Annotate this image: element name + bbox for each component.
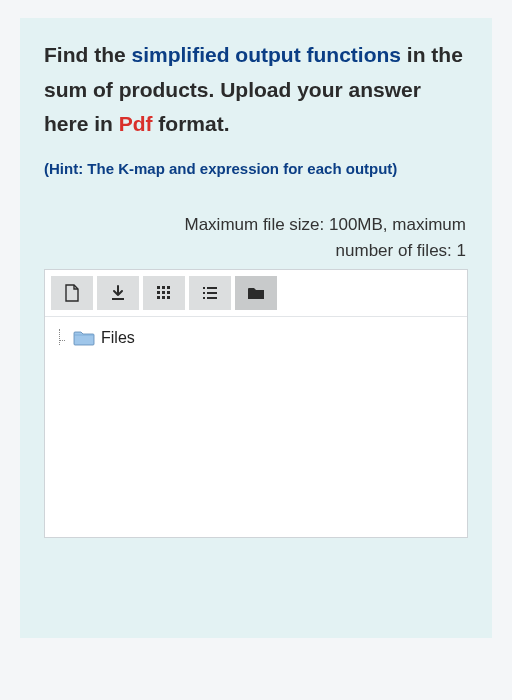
svg-rect-11 — [203, 292, 205, 294]
upload-limits: Maximum file size: 100MB, maximum number… — [44, 212, 468, 263]
file-tree-area[interactable]: Files — [45, 317, 467, 537]
limits-line-1: Maximum file size: 100MB, maximum — [184, 215, 466, 234]
tree-connector-icon — [57, 329, 67, 347]
svg-rect-5 — [167, 291, 170, 294]
file-upload-box: Files — [44, 269, 468, 538]
page-wrap: Find the simplified output functions in … — [0, 0, 512, 656]
svg-rect-2 — [167, 286, 170, 289]
svg-rect-0 — [157, 286, 160, 289]
question-prompt: Find the simplified output functions in … — [44, 38, 468, 142]
svg-rect-1 — [162, 286, 165, 289]
list-view-button[interactable] — [189, 276, 231, 310]
svg-rect-10 — [207, 287, 217, 289]
prompt-highlight-blue: simplified output functions — [132, 43, 401, 66]
prompt-highlight-red: Pdf — [119, 112, 153, 135]
svg-rect-12 — [207, 292, 217, 294]
download-button[interactable] — [97, 276, 139, 310]
limits-line-2: number of files: 1 — [336, 241, 466, 260]
svg-rect-7 — [162, 296, 165, 299]
download-icon — [110, 284, 126, 302]
prompt-text-1: Find the — [44, 43, 132, 66]
question-card: Find the simplified output functions in … — [20, 18, 492, 638]
prompt-text-3: format. — [153, 112, 230, 135]
upload-toolbar — [45, 270, 467, 317]
svg-rect-3 — [157, 291, 160, 294]
svg-rect-13 — [203, 297, 205, 299]
tree-root-row[interactable]: Files — [53, 327, 459, 349]
folder-icon — [73, 329, 95, 347]
svg-rect-14 — [207, 297, 217, 299]
svg-rect-4 — [162, 291, 165, 294]
folder-solid-icon — [247, 286, 265, 300]
grid-icon — [156, 285, 172, 301]
new-file-button[interactable] — [51, 276, 93, 310]
grid-view-button[interactable] — [143, 276, 185, 310]
tree-root-label: Files — [101, 329, 135, 347]
hint-text: (Hint: The K-map and expression for each… — [44, 156, 468, 182]
folder-view-button[interactable] — [235, 276, 277, 310]
new-file-icon — [64, 284, 80, 302]
svg-rect-9 — [203, 287, 205, 289]
svg-rect-8 — [167, 296, 170, 299]
svg-rect-6 — [157, 296, 160, 299]
list-icon — [202, 285, 218, 301]
